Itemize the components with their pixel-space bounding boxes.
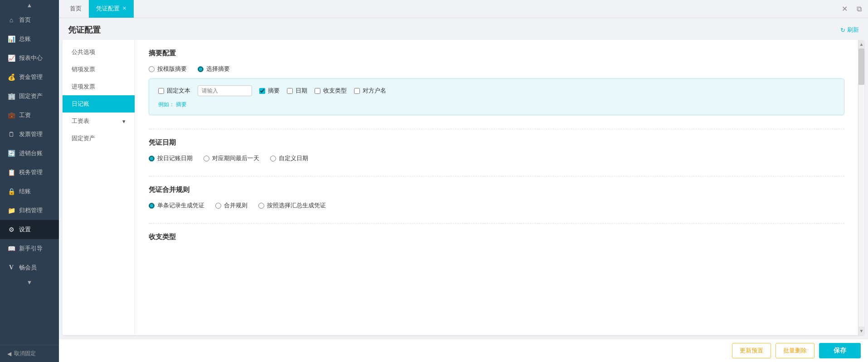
sidebar-item-closing[interactable]: 🔒 结账 (0, 182, 59, 201)
checkbox-date-input[interactable] (287, 88, 293, 94)
scroll-up-button[interactable]: ▲ (858, 40, 864, 49)
sidebar-scroll-up[interactable]: ▲ (0, 0, 59, 10)
radio-select-input[interactable] (198, 66, 204, 72)
income-type-section: 收支类型 (149, 233, 844, 241)
fund-icon: 💰 (7, 73, 15, 81)
left-nav-payroll-table[interactable]: 工资表 ▾ (63, 113, 135, 130)
checkbox-counterpart-input[interactable] (354, 88, 360, 94)
sidebar-item-purchase[interactable]: 🔄 进销台账 (0, 144, 59, 163)
radio-single-input[interactable] (149, 203, 155, 209)
sidebar-item-home[interactable]: ⌂ 首页 (0, 10, 59, 29)
tab-bar-actions: ✕ ⧉ (839, 4, 864, 14)
sidebar-item-archive[interactable]: 📁 归档管理 (0, 201, 59, 220)
sidebar-item-payroll[interactable]: 💼 工资 (0, 106, 59, 125)
left-nav-fixed-assets[interactable]: 固定资产 (63, 130, 135, 147)
radio-last-day[interactable]: 对应期间最后一天 (204, 154, 259, 162)
pin-icon: ◀ (7, 351, 11, 357)
summary-checkboxes-row: 固定文本 摘要 日期 (158, 85, 835, 96)
update-preview-button[interactable]: 更新预置 (732, 343, 771, 358)
radio-merge-input[interactable] (215, 203, 221, 209)
batch-delete-button[interactable]: 批量删除 (776, 343, 815, 358)
sidebar-item-report[interactable]: 📈 报表中心 (0, 49, 59, 68)
settings-icon: ⚙ (7, 226, 15, 233)
member-icon: V (7, 264, 15, 271)
summary-config-title: 摘要配置 (149, 49, 844, 58)
ledger-icon: 📊 (7, 35, 15, 43)
scroll-down-button[interactable]: ▼ (858, 327, 864, 335)
radio-last-day-input[interactable] (204, 156, 209, 161)
tax-icon: 📋 (7, 169, 15, 176)
refresh-button[interactable]: ↻ 刷新 (840, 26, 859, 34)
radio-template-input[interactable] (149, 66, 155, 72)
window-restore-button[interactable]: ⧉ (854, 4, 864, 14)
main-area: 首页 凭证配置 ✕ ✕ ⧉ 凭证配置 ↻ 刷新 公共选项 (59, 0, 868, 362)
home-icon: ⌂ (7, 16, 15, 24)
summary-example: 例如： 摘要 (158, 101, 835, 108)
checkbox-fixed-text-input[interactable] (158, 88, 164, 94)
right-content: 摘要配置 按模版摘要 选择摘要 (135, 40, 858, 335)
guide-icon: 📖 (7, 245, 15, 252)
sidebar-item-invoice[interactable]: 🗒 发票管理 (0, 125, 59, 144)
radio-journal-date-input[interactable] (149, 156, 155, 161)
fixed-text-input[interactable] (198, 85, 252, 96)
checkbox-summary-input[interactable] (259, 88, 265, 94)
checkbox-income-type-input[interactable] (315, 88, 320, 94)
tab-bar: 首页 凭证配置 ✕ ✕ ⧉ (59, 0, 868, 18)
bottom-action-bar: 更新预置 批量删除 保存 (59, 339, 868, 362)
left-nav-purchase-invoice[interactable]: 进项发票 (63, 78, 135, 95)
left-nav-journal[interactable]: 日记账 (63, 95, 135, 113)
radio-journal-date[interactable]: 按日记账日期 (149, 154, 193, 162)
refresh-icon: ↻ (840, 27, 845, 34)
sidebar-item-fund[interactable]: 💰 资金管理 (0, 68, 59, 87)
sidebar-item-assets[interactable]: 🏢 固定资产 (0, 87, 59, 106)
sidebar-item-settings[interactable]: ⚙ 设置 (0, 220, 59, 239)
scroll-thumb[interactable] (858, 49, 864, 85)
sidebar-item-guide[interactable]: 📖 新手引导 (0, 239, 59, 258)
summary-config-section: 摘要配置 按模版摘要 选择摘要 (149, 49, 844, 115)
checkbox-income-type[interactable]: 收支类型 (315, 87, 347, 95)
radio-merge[interactable]: 合并规则 (215, 201, 247, 210)
left-nav: 公共选项 销项发票 进项发票 日记账 工资表 ▾ 固定资产 (63, 40, 135, 335)
page-header: 凭证配置 ↻ 刷新 (59, 18, 868, 40)
merge-rule-title: 凭证合并规则 (149, 186, 844, 194)
summary-config-box: 固定文本 摘要 日期 (149, 78, 844, 115)
scroll-track (858, 49, 864, 327)
side-scrollbar: ▲ ▼ (858, 40, 864, 335)
radio-select-summary[interactable]: 选择摘要 (198, 65, 230, 73)
sidebar-item-tax[interactable]: 📋 税务管理 (0, 163, 59, 182)
sidebar-scroll-down[interactable]: ▼ (0, 277, 59, 288)
merge-rule-radio-group: 单条记录生成凭证 合并规则 按照选择汇总生成凭证 (149, 201, 844, 210)
left-nav-sales-invoice[interactable]: 销项发票 (63, 61, 135, 78)
radio-template-summary[interactable]: 按模版摘要 (149, 65, 187, 73)
left-nav-public[interactable]: 公共选项 (63, 44, 135, 61)
tab-voucher-config[interactable]: 凭证配置 ✕ (89, 0, 134, 18)
checkbox-date[interactable]: 日期 (287, 87, 307, 95)
divider-3 (149, 223, 844, 224)
merge-rule-section: 凭证合并规则 单条记录生成凭证 合并规则 按照选择汇总生成凭证 (149, 186, 844, 210)
radio-single[interactable]: 单条记录生成凭证 (149, 201, 204, 210)
save-button[interactable]: 保存 (819, 343, 861, 358)
chevron-down-icon: ▾ (122, 118, 126, 125)
tab-close-icon[interactable]: ✕ (122, 5, 126, 11)
invoice-icon: 🗒 (7, 131, 15, 138)
purchase-icon: 🔄 (7, 150, 15, 157)
sidebar-item-ledger[interactable]: 📊 总账 (0, 29, 59, 49)
content-wrapper: 凭证配置 ↻ 刷新 公共选项 销项发票 进项发票 日记账 (59, 18, 868, 362)
page-title: 凭证配置 (68, 24, 101, 35)
checkbox-counterpart[interactable]: 对方户名 (354, 87, 386, 95)
voucher-date-radio-group: 按日记账日期 对应期间最后一天 自定义日期 (149, 154, 844, 162)
radio-batch-input[interactable] (258, 203, 264, 209)
sidebar-item-member[interactable]: V 畅会员 (0, 258, 59, 277)
divider-1 (149, 129, 844, 129)
tab-home[interactable]: 首页 (63, 0, 89, 18)
window-close-button[interactable]: ✕ (839, 4, 850, 14)
radio-custom-date-input[interactable] (270, 156, 276, 161)
radio-batch[interactable]: 按照选择汇总生成凭证 (258, 201, 326, 210)
voucher-date-title: 凭证日期 (149, 138, 844, 147)
checkbox-summary[interactable]: 摘要 (259, 87, 280, 95)
checkbox-fixed-text[interactable]: 固定文本 (158, 87, 190, 95)
divider-2 (149, 176, 844, 176)
sidebar-unpin-button[interactable]: ◀ 取消固定 (0, 345, 59, 362)
closing-icon: 🔒 (7, 188, 15, 195)
radio-custom-date[interactable]: 自定义日期 (270, 154, 308, 162)
